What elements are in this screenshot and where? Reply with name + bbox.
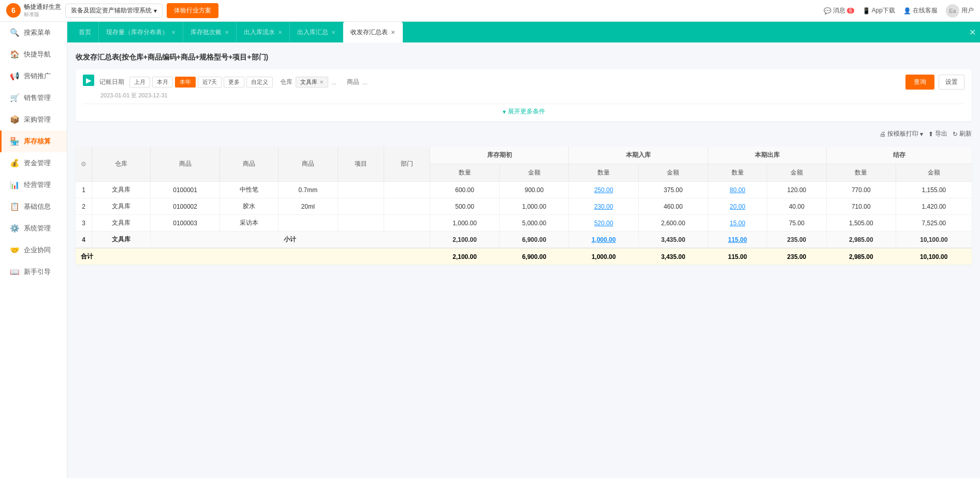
tab-batch[interactable]: 库存批次账 ✕ bbox=[183, 22, 237, 42]
message-link[interactable]: 💬 消息 6 bbox=[824, 6, 854, 15]
tab-inout-flow[interactable]: 出入库流水 ✕ bbox=[237, 22, 290, 42]
tab-close-inout-summary[interactable]: ✕ bbox=[331, 30, 335, 35]
subtotal-out-qty[interactable]: 115.00 bbox=[708, 231, 767, 249]
filter-toggle[interactable]: ▶ bbox=[83, 75, 94, 86]
th-dept: 部门 bbox=[384, 147, 430, 182]
content-area: 首页 现存量（库存分布表） ✕ 库存批次账 ✕ 出入库流水 ✕ 出入库汇总 ✕ … bbox=[67, 22, 980, 478]
print-button[interactable]: 🖨 按模板打印 ▾ bbox=[880, 129, 923, 138]
query-button[interactable]: 查询 bbox=[905, 75, 934, 90]
tab-close-batch[interactable]: ✕ bbox=[225, 30, 229, 35]
total-in-amt: 3,435.00 bbox=[638, 248, 708, 265]
app-download-link[interactable]: 📱 App下载 bbox=[862, 6, 895, 15]
row-open-qty: 1,000.00 bbox=[430, 215, 499, 231]
toolbar-right: 🖨 按模板打印 ▾ ⬆ 导出 ↻ 刷新 bbox=[880, 129, 972, 138]
row-out-qty[interactable]: 15.00 bbox=[708, 215, 767, 231]
th-in-amt: 金额 bbox=[638, 164, 708, 182]
trial-button[interactable]: 体验行业方案 bbox=[167, 3, 218, 18]
subtotal-open-qty: 2,100.00 bbox=[430, 231, 499, 249]
sidebar-item-sales[interactable]: 🛒 销售管理 bbox=[0, 87, 67, 109]
chevron-down-icon: ▾ bbox=[503, 108, 506, 115]
row-out-qty[interactable]: 20.00 bbox=[708, 198, 767, 215]
sidebar-item-system[interactable]: ⚙️ 系统管理 bbox=[0, 218, 67, 239]
warehouse-tag[interactable]: 文具库 ✕ bbox=[296, 77, 328, 88]
search-icon: 🔍 bbox=[10, 28, 20, 37]
sidebar-item-search[interactable]: 🔍 搜索菜单 bbox=[0, 22, 67, 44]
row-in-qty[interactable]: 230.00 bbox=[569, 198, 638, 215]
subtotal-label: 小计 bbox=[150, 231, 430, 249]
subtotal-row: 4 文具库 小计 2,100.00 6,900.00 1,000.00 3,43… bbox=[76, 231, 972, 249]
row-project bbox=[338, 182, 384, 198]
date-btn-7days[interactable]: 近7天 bbox=[198, 77, 222, 88]
user-menu[interactable]: Ea 用户 bbox=[946, 4, 974, 18]
row-out-amt: 75.00 bbox=[767, 215, 826, 231]
system-name[interactable]: 装备及固定资产辅助管理系统 ▾ bbox=[65, 4, 163, 18]
row-spec: 0.7mm bbox=[279, 182, 338, 198]
tab-close-recv-send[interactable]: ✕ bbox=[391, 30, 395, 35]
total-open-amt: 6,900.00 bbox=[500, 248, 569, 265]
date-btn-prev-month[interactable]: 上月 bbox=[129, 77, 150, 88]
tab-bar-close-all[interactable]: ✕ bbox=[969, 27, 976, 37]
refresh-button[interactable]: ↻ 刷新 bbox=[953, 129, 972, 138]
expand-more-button[interactable]: ▾ 展开更多条件 bbox=[503, 107, 545, 116]
tab-home[interactable]: 首页 bbox=[71, 22, 99, 42]
date-btn-curr-month[interactable]: 本月 bbox=[152, 77, 173, 88]
th-warehouse: 仓库 bbox=[92, 147, 151, 182]
product-more[interactable]: ... bbox=[362, 79, 368, 86]
tab-inout-summary[interactable]: 出入库汇总 ✕ bbox=[290, 22, 343, 42]
subtotal-in-qty[interactable]: 1,000.00 bbox=[569, 231, 638, 249]
sidebar-item-marketing[interactable]: 📢 营销推广 bbox=[0, 65, 67, 87]
total-open-qty: 2,100.00 bbox=[430, 248, 499, 265]
tab-close-stock-dist[interactable]: ✕ bbox=[171, 30, 175, 35]
date-btn-curr-year[interactable]: 本年 bbox=[175, 77, 196, 88]
subtotal-seq: 4 bbox=[76, 231, 92, 249]
row-out-qty[interactable]: 80.00 bbox=[708, 182, 767, 198]
subtotal-bal-qty: 2,985.00 bbox=[826, 231, 896, 249]
brand-name: 畅捷通好生意 bbox=[24, 3, 61, 10]
row-project bbox=[338, 215, 384, 231]
export-button[interactable]: ⬆ 导出 bbox=[928, 129, 947, 138]
subtotal-out-amt: 235.00 bbox=[767, 231, 826, 249]
row-in-amt: 2,600.00 bbox=[638, 215, 708, 231]
row-bal-amt: 1,420.00 bbox=[896, 198, 972, 215]
sidebar-item-finance[interactable]: 💰 资金管理 bbox=[0, 152, 67, 174]
row-warehouse: 文具库 bbox=[92, 215, 151, 231]
warehouse-more[interactable]: ... bbox=[331, 79, 337, 86]
page-content: 收发存汇总表(按仓库+商品编码+商品+规格型号+项目+部门) ▶ 记账日期 上月… bbox=[67, 42, 980, 478]
setting-button[interactable]: 设置 bbox=[939, 75, 964, 90]
th-bal-qty: 数量 bbox=[826, 164, 896, 182]
sidebar-item-operations[interactable]: 📊 经营管理 bbox=[0, 174, 67, 196]
sidebar-item-inventory[interactable]: 🏪 库存核算 bbox=[0, 131, 67, 152]
row-warehouse: 文具库 bbox=[92, 182, 151, 198]
date-btn-more[interactable]: 更多 bbox=[224, 77, 244, 88]
online-service-link[interactable]: 👤 在线客服 bbox=[903, 6, 938, 15]
basic-icon: 📋 bbox=[10, 202, 20, 211]
sidebar-item-purchase[interactable]: 📦 采购管理 bbox=[0, 109, 67, 131]
top-header: 6 畅捷通好生意 标准版 装备及固定资产辅助管理系统 ▾ 体验行业方案 💬 消息… bbox=[0, 0, 980, 22]
th-settings[interactable]: ⚙ bbox=[76, 147, 92, 182]
date-btn-custom[interactable]: 自定义 bbox=[246, 77, 273, 88]
print-icon: 🖨 bbox=[880, 131, 886, 138]
sidebar: 🔍 搜索菜单 🏠 快捷导航 📢 营销推广 🛒 销售管理 📦 采购管理 🏪 库存核… bbox=[0, 22, 67, 478]
guide-icon: 📖 bbox=[10, 267, 20, 277]
row-bal-qty: 1,505.00 bbox=[826, 215, 896, 231]
warehouse-tag-remove[interactable]: ✕ bbox=[319, 79, 324, 85]
row-in-qty[interactable]: 520.00 bbox=[569, 215, 638, 231]
sidebar-item-basic[interactable]: 📋 基础信息 bbox=[0, 196, 67, 218]
tab-recv-send[interactable]: 收发存汇总表 ✕ bbox=[343, 22, 403, 42]
total-in-qty: 1,000.00 bbox=[569, 248, 638, 265]
sidebar-item-guide[interactable]: 📖 新手引导 bbox=[0, 261, 67, 283]
row-code: 0100002 bbox=[150, 198, 220, 215]
header-right: 💬 消息 6 📱 App下载 👤 在线客服 Ea 用户 bbox=[824, 4, 974, 18]
row-code: 0100003 bbox=[150, 215, 220, 231]
sidebar-item-corp[interactable]: 🤝 企业协同 bbox=[0, 239, 67, 261]
row-in-qty[interactable]: 250.00 bbox=[569, 182, 638, 198]
tab-stock-dist[interactable]: 现存量（库存分布表） ✕ bbox=[99, 22, 183, 42]
marketing-icon: 📢 bbox=[10, 71, 20, 81]
row-in-amt: 375.00 bbox=[638, 182, 708, 198]
table-toolbar: 🖨 按模板打印 ▾ ⬆ 导出 ↻ 刷新 bbox=[76, 126, 972, 141]
sidebar-item-quicknav[interactable]: 🏠 快捷导航 bbox=[0, 44, 67, 65]
data-table: ⚙ 仓库 商品 商品 商品 项目 部门 库存期初 本期入库 本期出库 结存 bbox=[76, 147, 972, 265]
inventory-icon: 🏪 bbox=[10, 137, 20, 146]
row-seq: 3 bbox=[76, 215, 92, 231]
tab-close-inout-flow[interactable]: ✕ bbox=[278, 30, 282, 35]
